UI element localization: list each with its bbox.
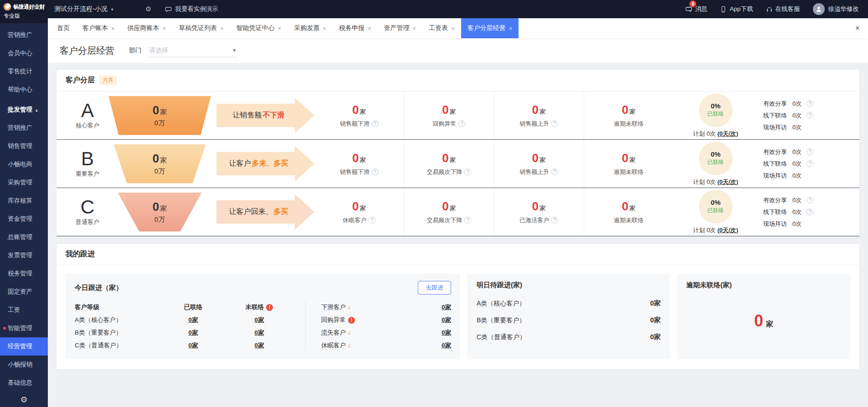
tab-close-icon[interactable]: × <box>111 25 115 32</box>
contact-ring-block: 0% 已联络 计划 0次 (0天/次) <box>673 93 758 138</box>
tomorrow-follow-title: 明日待跟进(家) <box>477 281 661 290</box>
sidebar-item-fixed-assets[interactable]: 固定资产 <box>0 283 48 301</box>
sidebar-item-marketing-promo[interactable]: 营销推广 <box>0 26 48 44</box>
tab-close-icon[interactable]: × <box>413 25 416 32</box>
plan-link[interactable]: (0天/次) <box>717 178 738 185</box>
tab-customer-layering[interactable]: 客户分层经营× <box>461 18 519 38</box>
tab-label: 税务申报 <box>339 24 365 32</box>
tab-close-icon[interactable]: × <box>509 25 513 32</box>
sidebar-item-member-center[interactable]: 会员中心 <box>0 44 48 62</box>
uncontacted-count-link[interactable]: 0家 <box>254 342 264 349</box>
uncontacted-count-link[interactable]: 0家 <box>254 316 264 323</box>
plan-prefix: 计划 0次 <box>693 130 716 137</box>
side-stat-value: 0次 <box>792 196 801 204</box>
username-label: 徐溢华修改 <box>828 5 859 13</box>
tab-tax-filing[interactable]: 税务申报× <box>333 18 378 38</box>
contacted-count-link[interactable]: 0家 <box>188 316 198 323</box>
layer-metric: 0家 逾期未联络 <box>584 92 673 139</box>
layer-row-c: C 普通客户 0家 0万 让客户回来、多买 0家 休眠客户? <box>56 188 859 236</box>
sidebar-item-xiaochang-ecommerce[interactable]: 小畅电商 <box>0 155 48 173</box>
customer-level: C类（普通客户） <box>477 333 526 341</box>
sidebar-item-business-mgmt[interactable]: 经营管理 <box>0 337 48 356</box>
sidebar-item-purchase-mgmt[interactable]: 采购管理 <box>0 173 48 192</box>
online-service-button[interactable]: 在线客服 <box>766 5 800 13</box>
contacted-count-link[interactable]: 0家 <box>188 329 198 336</box>
sidebar-item-invoice-mgmt[interactable]: 发票管理 <box>0 246 48 265</box>
tab-close-icon[interactable]: × <box>220 25 224 32</box>
close-all-tabs-icon[interactable]: × <box>847 18 868 38</box>
tab-supplier-ledger[interactable]: 供应商账本× <box>121 18 173 38</box>
sidebar-settings-gear-icon[interactable]: ⚙ <box>0 392 48 407</box>
slogan-prefix: 让客户回来、 <box>229 207 273 217</box>
help-icon[interactable]: ? <box>806 148 813 155</box>
tab-close-icon[interactable]: × <box>451 25 455 32</box>
tab-close-icon[interactable]: × <box>368 25 371 32</box>
sidebar-item-inventory-accounting[interactable]: 库存核算 <box>0 192 48 210</box>
sidebar-item-basic-info[interactable]: 基础信息 <box>0 374 48 392</box>
help-icon[interactable]: ? <box>806 100 813 107</box>
spacer <box>806 124 813 131</box>
org-select[interactable]: 测试分开流程-小况 ▾ <box>54 5 141 13</box>
tab-smart-voucher-center[interactable]: 智能凭证中心× <box>230 18 288 38</box>
tab-payroll-sheet[interactable]: 工资表× <box>422 18 461 38</box>
sidebar-item-label: 固定资产 <box>8 288 32 295</box>
tab-close-icon[interactable]: × <box>163 25 166 32</box>
help-icon[interactable]: ? <box>464 217 471 224</box>
sidebar-item-xiaochang-expense[interactable]: 小畅报销 <box>0 356 48 374</box>
user-menu[interactable]: 徐溢华修改 <box>813 3 859 15</box>
help-icon[interactable]: ? <box>551 217 558 224</box>
sidebar-item-sales-mgmt[interactable]: 销售管理 <box>0 137 48 155</box>
sidebar-item-tax-mgmt[interactable]: 税务管理 <box>0 265 48 283</box>
metric-unit: 家 <box>539 204 546 212</box>
uncontacted-count-link[interactable]: 0家 <box>254 329 264 336</box>
tab-home[interactable]: 首页 <box>51 18 76 38</box>
demo-link[interactable]: 我要看实例演示 <box>165 5 218 13</box>
brand: 畅捷通好业财 专业版 <box>0 0 48 23</box>
dept-select[interactable]: 请选择 ▾ <box>147 44 237 57</box>
sidebar-item-help-center[interactable]: 帮助中心 <box>0 81 48 99</box>
sidebar-group-wholesale-mgmt[interactable]: 批发管理▲ <box>0 101 48 119</box>
tab-purchase-invoice[interactable]: 采购发票× <box>288 18 333 38</box>
contacted-count-link[interactable]: 0家 <box>188 342 198 349</box>
sidebar-item-funds-mgmt[interactable]: 资金管理 <box>0 210 48 228</box>
alert-count-link[interactable]: 0家 <box>442 303 451 311</box>
help-icon[interactable]: ? <box>372 168 379 175</box>
tab-asset-management[interactable]: 资产管理× <box>378 18 423 38</box>
help-icon[interactable]: ? <box>458 120 465 127</box>
tab-close-icon[interactable]: × <box>278 25 282 32</box>
help-icon[interactable]: ? <box>806 197 813 204</box>
help-icon[interactable]: ? <box>464 168 471 175</box>
sidebar-item-retail-stats[interactable]: 零售统计 <box>0 62 48 81</box>
org-settings-gear-icon[interactable]: ⚙ <box>145 5 151 13</box>
help-icon[interactable]: ? <box>551 168 558 175</box>
alert-count-link[interactable]: 0家 <box>442 329 451 337</box>
go-follow-button[interactable]: 去跟进 <box>418 281 451 295</box>
alert-count-link[interactable]: 0家 <box>442 341 451 350</box>
tab-close-icon[interactable]: × <box>323 25 326 32</box>
messages-button[interactable]: 8 消息 <box>685 5 707 13</box>
help-icon[interactable]: ? <box>369 217 375 224</box>
tab-customer-ledger[interactable]: 客户账本× <box>76 18 121 38</box>
plan-link[interactable]: (0天/次) <box>717 130 738 137</box>
sidebar-item-smart-mgmt[interactable]: 智能管理 <box>0 319 48 337</box>
help-icon[interactable]: ? <box>806 160 813 167</box>
metric-value: 0 <box>622 103 628 117</box>
help-icon[interactable]: ? <box>806 112 813 119</box>
help-icon[interactable]: ? <box>372 120 379 127</box>
layer-name: 重要客户 <box>67 170 108 178</box>
alert-icon: ! <box>266 304 273 311</box>
side-stat-label: 现场拜访 <box>763 172 787 180</box>
plan-link[interactable]: (0天/次) <box>717 227 738 234</box>
tab-label: 首页 <box>57 24 70 32</box>
help-icon[interactable]: ? <box>551 120 558 127</box>
app-window: 畅捷通好业财 专业版 营销推广 会员中心 零售统计 帮助中心 批发管理▲ 营销推… <box>0 0 868 407</box>
help-icon[interactable]: ? <box>806 209 813 215</box>
sidebar-item-payroll[interactable]: 工资 <box>0 301 48 319</box>
app-download-button[interactable]: App下载 <box>720 5 753 13</box>
sidebar-item-marketing-promo-2[interactable]: 营销推广 <box>0 119 48 137</box>
tab-draft-voucher-list[interactable]: 草稿凭证列表× <box>172 18 230 38</box>
sidebar-item-label: 经营管理 <box>8 343 32 350</box>
sidebar-item-general-ledger[interactable]: 总账管理 <box>0 228 48 246</box>
metric-label: 销售额上升 <box>519 120 549 127</box>
alert-count-link[interactable]: 0家 <box>442 316 451 324</box>
